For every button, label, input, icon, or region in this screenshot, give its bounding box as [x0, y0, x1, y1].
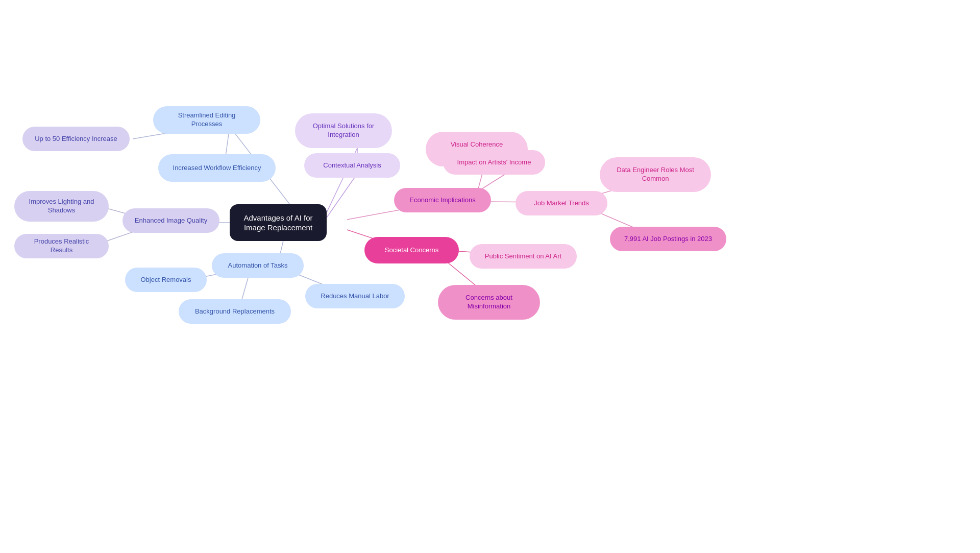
node-economic: Economic Implications — [394, 188, 491, 212]
center-node: Advantages of AI for Image Replacement — [230, 204, 327, 241]
node-societal: Societal Concerns — [364, 237, 459, 263]
node-misinformation: Concerns about Misinformation — [438, 285, 540, 320]
node-efficiency-up: Up to 50 Efficiency Increase — [22, 127, 130, 151]
svg-line-4 — [327, 174, 357, 218]
node-streamlined: Streamlined Editing Processes — [153, 106, 260, 134]
node-contextual: Contextual Analysis — [304, 153, 400, 178]
node-job-market: Job Market Trends — [516, 191, 607, 215]
node-realistic: Produces Realistic Results — [14, 234, 109, 258]
node-artists-income: Impact on Artists' Income — [443, 150, 545, 175]
node-enhanced: Enhanced Image Quality — [122, 208, 219, 233]
node-public-sentiment: Public Sentiment on AI Art — [470, 244, 577, 269]
node-workflow: Increased Workflow Efficiency — [158, 154, 276, 182]
node-lighting: Improves Lighting and Shadows — [14, 191, 109, 222]
node-data-engineer: Data Engineer Roles Most Common — [600, 157, 711, 192]
node-optimal: Optimal Solutions for Integration — [295, 113, 392, 148]
node-manual-labor: Reduces Manual Labor — [305, 284, 405, 308]
node-job-postings: 7,991 AI Job Postings in 2023 — [610, 227, 726, 251]
node-object-removals: Object Removals — [125, 268, 207, 292]
node-background: Background Replacements — [179, 299, 291, 324]
node-automation: Automation of Tasks — [212, 253, 304, 278]
